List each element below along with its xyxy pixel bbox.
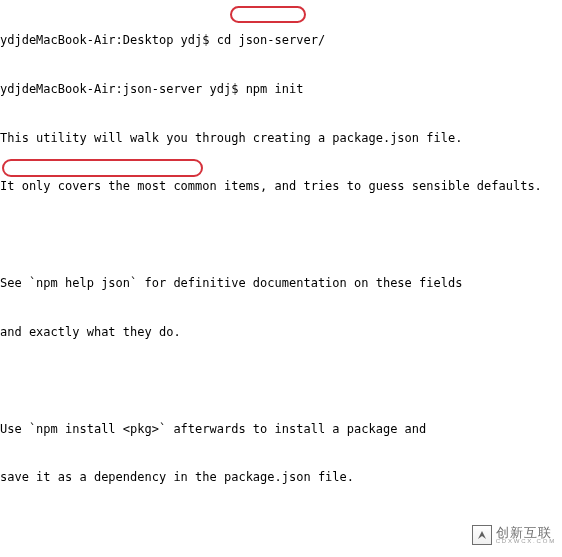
shell-prompt: ydjdeMacBook-Air:json-server ydj$ (0, 82, 246, 96)
npm-intro: Use `npm install <pkg>` afterwards to in… (0, 421, 558, 437)
terminal-output[interactable]: ydjdeMacBook-Air:Desktop ydj$ cd json-se… (0, 0, 562, 557)
svg-marker-0 (478, 531, 486, 539)
npm-intro: This utility will walk you through creat… (0, 130, 558, 146)
blank-line (0, 372, 558, 388)
npm-intro: save it as a dependency in the package.j… (0, 469, 558, 485)
blank-line (0, 227, 558, 243)
prev-cmd-line: ydjdeMacBook-Air:Desktop ydj$ cd json-se… (0, 32, 558, 48)
watermark-logo-icon (472, 525, 492, 545)
typed-command: npm init (246, 82, 304, 96)
watermark: 创新互联 CDXWCX.COM (472, 525, 556, 545)
prompt-line-1: ydjdeMacBook-Air:json-server ydj$ npm in… (0, 81, 558, 97)
watermark-text-en: CDXWCX.COM (496, 538, 556, 544)
npm-intro: It only covers the most common items, an… (0, 178, 558, 194)
npm-intro: See `npm help json` for definitive docum… (0, 275, 558, 291)
npm-intro: and exactly what they do. (0, 324, 558, 340)
